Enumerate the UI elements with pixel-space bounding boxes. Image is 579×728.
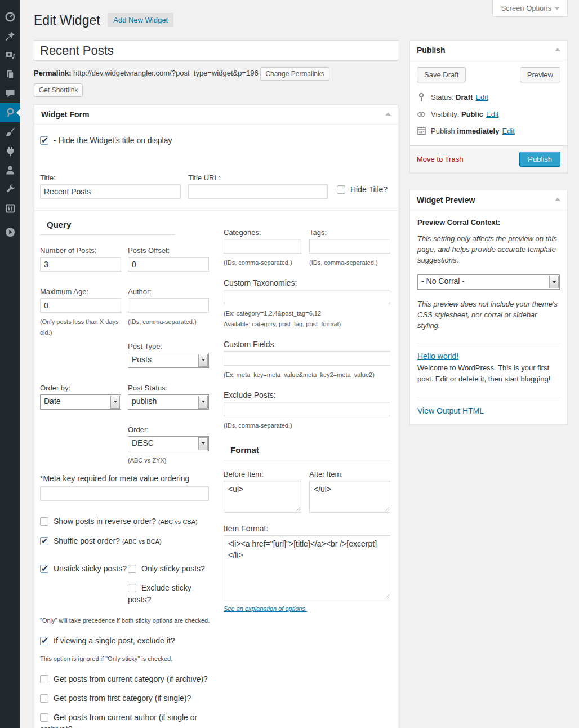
checkbox-label: Get posts from current category (if arch… — [54, 674, 208, 683]
author-input[interactable] — [128, 298, 209, 313]
divider — [417, 397, 560, 397]
categories-input[interactable] — [224, 239, 301, 254]
visibility-row: Visibility: Public Edit — [417, 110, 560, 118]
reverse-order-checkbox[interactable]: Show posts in reverse order? (ABC vs CBA… — [40, 516, 224, 528]
widget-form-title: Widget Form — [41, 110, 89, 119]
number-of-posts-input[interactable] — [40, 257, 121, 272]
exclude-sticky-checkbox[interactable]: Exclude sticky posts? — [128, 582, 198, 606]
checkbox[interactable] — [40, 637, 48, 645]
exclude-posts-input[interactable] — [224, 402, 390, 416]
field-hint: (IDs, comma-separated.) — [224, 420, 390, 431]
post-title-input[interactable] — [34, 40, 398, 61]
exclude-single-checkbox[interactable]: If viewing a single post, exclude it? — [40, 635, 224, 647]
sidebar-item-settings[interactable] — [0, 199, 20, 218]
sidebar-item-collapse-menu[interactable] — [0, 223, 20, 242]
tags-input[interactable] — [309, 239, 390, 254]
sidebar-item-dashboard[interactable] — [0, 7, 20, 26]
hide-title-on-display-checkbox[interactable]: - Hide the Widget's title on display — [40, 135, 390, 147]
checkbox[interactable] — [40, 713, 48, 722]
after-item-label: After Item: — [309, 470, 390, 478]
checkbox[interactable] — [40, 537, 48, 545]
sidebar-item-widget-wrangler[interactable] — [0, 103, 20, 122]
checkbox[interactable] — [40, 694, 48, 703]
before-item-textarea[interactable] — [224, 481, 301, 513]
post-status-label: Post Status: — [128, 384, 209, 392]
widget-form-header[interactable]: Widget Form — [34, 105, 398, 125]
sidebar-item-comments[interactable] — [0, 84, 20, 103]
field-hint: (ABC vs ZYX) — [128, 455, 209, 466]
visibility-value: Public — [461, 110, 483, 118]
corral-select[interactable]: - No Corral - — [417, 274, 560, 290]
checkbox[interactable] — [40, 517, 48, 526]
schedule-value: immediately — [457, 127, 499, 135]
collapse-toggle-icon[interactable] — [555, 198, 560, 201]
title-url-input[interactable] — [188, 184, 328, 199]
filters-section: Categories: (IDs, comma-separated.) Tags… — [224, 220, 390, 728]
sidebar-item-tools[interactable] — [0, 180, 20, 199]
order-by-select[interactable]: Date — [40, 394, 121, 410]
context-note: This setting only affects the preview on… — [417, 233, 560, 265]
after-item-textarea[interactable] — [309, 481, 390, 513]
sidebar-item-plugins[interactable] — [0, 141, 20, 161]
posts-offset-input[interactable] — [128, 257, 209, 272]
select-arrow-icon — [198, 396, 208, 409]
checkbox-label: Only sticky posts? — [141, 564, 205, 573]
only-sticky-checkbox[interactable]: Only sticky posts? — [128, 563, 207, 575]
meta-key-input[interactable] — [40, 486, 209, 501]
edit-schedule-link[interactable]: Edit — [502, 127, 514, 135]
from-current-category-checkbox[interactable]: Get posts from current category (if arch… — [40, 673, 224, 685]
checkbox-label: Shuffle post order? — [54, 536, 120, 545]
explanation-link[interactable]: See an explanation of options. — [224, 605, 307, 612]
move-to-trash-link[interactable]: Move to Trash — [417, 155, 463, 163]
pushpin-icon — [5, 30, 16, 42]
sidebar-item-posts[interactable] — [0, 26, 20, 46]
post-status-select[interactable]: publish — [128, 394, 209, 410]
change-permalinks-button[interactable]: Change Permalinks — [260, 67, 329, 81]
add-new-widget-button[interactable]: Add New Widget — [108, 13, 173, 27]
sidebar-item-pages[interactable] — [0, 65, 20, 84]
checkbox[interactable] — [40, 136, 48, 145]
schedule-label: Publish — [431, 127, 455, 135]
item-format-textarea[interactable] — [224, 535, 390, 600]
order-select[interactable]: DESC — [128, 436, 209, 451]
checkbox[interactable] — [128, 584, 136, 592]
unstick-sticky-checkbox[interactable]: Unstick sticky posts? — [40, 563, 128, 575]
widget-title-input[interactable] — [40, 184, 181, 199]
from-current-author-checkbox[interactable]: Get posts from current author (if single… — [40, 712, 203, 728]
field-hint: (IDs, comma-separated.) — [224, 258, 301, 268]
sidebar-item-appearance[interactable] — [0, 122, 20, 141]
widget-preview-header[interactable]: Widget Preview — [410, 190, 567, 210]
get-shortlink-button[interactable]: Get Shortlink — [34, 83, 83, 97]
collapse-toggle-icon[interactable] — [555, 48, 560, 51]
custom-taxonomies-input[interactable] — [224, 290, 390, 304]
permalink-label: Permalink: — [34, 69, 71, 77]
checkbox[interactable] — [128, 565, 136, 573]
edit-visibility-link[interactable]: Edit — [486, 110, 498, 118]
publish-header[interactable]: Publish — [410, 41, 567, 60]
checkbox-label: Exclude sticky posts? — [128, 583, 191, 604]
post-type-select[interactable]: Posts — [128, 353, 209, 368]
view-output-html-link[interactable]: View Output HTML — [417, 406, 484, 415]
edit-status-link[interactable]: Edit — [475, 93, 488, 101]
checkbox[interactable] — [40, 565, 48, 573]
divider — [224, 460, 390, 460]
save-draft-button[interactable]: Save Draft — [417, 67, 466, 82]
collapse-toggle-icon[interactable] — [385, 112, 391, 116]
preview-button[interactable]: Preview — [520, 67, 560, 82]
brush-icon — [5, 126, 16, 137]
sidebar-item-users[interactable] — [0, 161, 20, 180]
hide-title-checkbox[interactable]: Hide Title? — [337, 184, 388, 199]
sidebar-item-media[interactable] — [0, 46, 20, 65]
checkbox[interactable] — [40, 675, 48, 683]
side-column: Publish Save Draft Preview Status: Draft… — [409, 40, 568, 425]
custom-fields-input[interactable] — [224, 351, 390, 366]
checkbox[interactable] — [337, 185, 345, 194]
from-first-category-checkbox[interactable]: Get posts from first category (if single… — [40, 693, 224, 704]
shuffle-order-checkbox[interactable]: Shuffle post order? (ABC vs BCA) — [40, 535, 224, 548]
maximum-age-input[interactable] — [40, 298, 121, 313]
content-area: Edit Widget Add New Widget Permalink: ht… — [20, 0, 579, 728]
publish-button[interactable]: Publish — [519, 152, 560, 167]
checkbox-label: Show posts in reverse order? — [54, 517, 156, 526]
preview-post-title-link[interactable]: Hello world! — [417, 352, 458, 361]
post-type-label: Post Type: — [128, 342, 209, 350]
